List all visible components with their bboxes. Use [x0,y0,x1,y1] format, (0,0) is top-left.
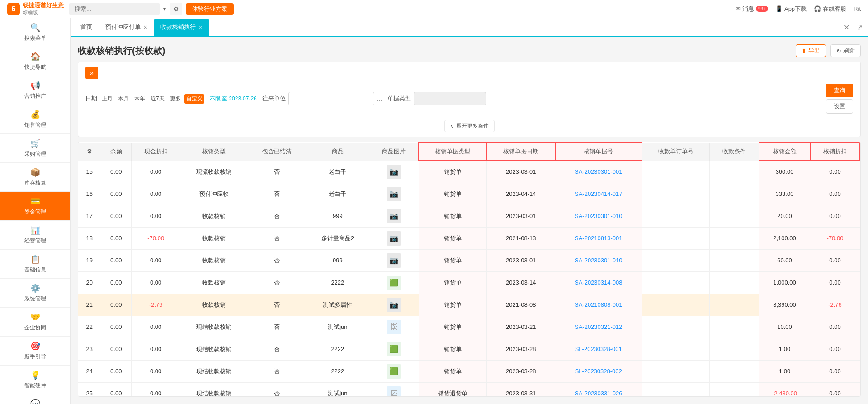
sidebar-item-marketing[interactable]: 📢 营销推广 [0,76,70,105]
filter-toggle-button[interactable]: » [85,67,98,79]
goods-thumbnail: 🖼 [387,320,401,334]
voucher-no-link[interactable]: SA-20230414-017 [575,190,623,197]
setting-button[interactable]: 设置 [826,99,853,114]
sidebar-item-search[interactable]: 🔍 搜索菜单 [0,18,70,47]
cell-verify-discount: 0.00 [810,183,860,205]
cell-receipt-condition [710,183,759,205]
voucher-no-link[interactable]: SA-20230321-012 [575,323,623,330]
from-unit-group: 往来单位 ... [262,92,382,105]
cell-balance: 0.00 [101,161,132,183]
sidebar-item-enterprise[interactable]: 🤝 企业协同 [0,308,70,337]
tab-prepay-close-icon[interactable]: ✕ [143,24,147,30]
sidebar-item-operations[interactable]: 📊 经营管理 [0,221,70,250]
cell-receipt-condition [710,227,759,249]
logo-icon: 6 [7,3,20,15]
cell-verify-voucher-no: SA-20230314-008 [555,271,642,294]
cell-receipt-order-no [642,271,710,294]
voucher-no-link[interactable]: SL-20230328-001 [575,346,622,352]
cell-goods: 2222 [306,360,369,382]
sidebar-item-basicinfo[interactable]: 📋 基础信息 [0,250,70,279]
data-table-container: ⚙ 余额 现金折扣 核销类型 包含已结清 商品 商品图片 核销单据类型 核销单据… [78,142,861,397]
refresh-button[interactable]: ↻ 刷新 [830,44,861,57]
tab-prepay[interactable]: 预付冲应付单 ✕ [99,19,154,36]
tab-home[interactable]: 首页 [74,19,99,36]
sidebar-item-system[interactable]: ⚙️ 系统管理 [0,279,70,308]
cell-verify-voucher-type: 销货单 [419,338,487,360]
voucher-no-link[interactable]: SA-20230331-026 [575,390,623,397]
cell-cash-discount: 0.00 [132,205,180,227]
voucher-no-link[interactable]: SA-20230301-001 [575,168,623,175]
export-button[interactable]: ⬆ 导出 [796,44,826,57]
tab-close-all-icon[interactable]: ✕ [842,21,851,33]
cell-verify-voucher-type: 销货单 [419,316,487,338]
voucher-type-group: 单据类型 [387,92,486,105]
col-header-receipt-condition: 收款条件 [710,143,759,161]
date-this-month[interactable]: 本月 [116,94,131,104]
expand-more-button[interactable]: ∨ 展开更多条件 [444,120,495,132]
cell-include-settled: 否 [248,205,306,227]
search-input[interactable] [69,3,160,15]
cell-verify-voucher-type: 销货单 [419,183,487,205]
export-icon: ⬆ [802,48,807,54]
voucher-no-link[interactable]: SL-20230328-002 [575,368,622,375]
date-7days[interactable]: 近7天 [149,94,166,104]
sidebar-item-hardware[interactable]: 💡 智能硬件 [0,366,70,394]
voucher-no-link[interactable]: SA-20230314-008 [575,279,623,286]
cell-receipt-order-no [642,161,710,183]
voucher-no-link[interactable]: SA-20210813-001 [575,235,623,242]
voucher-no-link[interactable]: SA-20210808-001 [575,301,623,308]
col-header-verify-voucher-no: 核销单据号 [555,143,642,161]
sidebar-item-inventory[interactable]: 📦 库存核算 [0,163,70,192]
online-service-link[interactable]: 🎧 在线客服 [814,5,846,13]
date-range-text: 不限 至 2023-07-26 [210,95,257,103]
cell-verify-type: 收款核销 [180,271,248,294]
sidebar-label-sales: 销售管理 [24,121,46,129]
from-unit-input[interactable] [288,92,374,105]
col-header-verify-type: 核销类型 [180,143,248,161]
cell-goods: 多计量商品2 [306,227,369,249]
cell-verify-discount: 0.00 [810,316,860,338]
from-unit-dots: ... [377,95,382,102]
tab-maximize-icon[interactable]: ⤢ [855,21,864,33]
table-row: 25 0.00 0.00 现结收款核销 否 测试jun 🖼 销货退货单 2023… [78,382,860,397]
app-name-group: 畅捷通谱好生意 标准版 [23,1,64,16]
cell-receipt-order-no [642,382,710,397]
cell-include-settled: 否 [248,183,306,205]
voucher-no-link[interactable]: SA-20230301-010 [575,257,623,264]
table-row: 21 0.00 -2.76 收款核销 否 测试多属性 📷 销货单 2021-08… [78,294,860,316]
cell-receipt-order-no [642,360,710,382]
settings-gear-icon[interactable]: ⚙ [170,3,182,15]
voucher-type-select[interactable] [414,92,486,105]
col-header-goods: 商品 [306,143,369,161]
tab-verify[interactable]: 收款核销执行 ✕ [154,19,209,36]
date-more[interactable]: 更多 [168,94,183,104]
sidebar-item-wechat[interactable]: 💬 企业微信 [0,394,70,404]
cell-balance: 0.00 [101,316,132,338]
tab-bar: 首页 预付冲应付单 ✕ 收款核销执行 ✕ ✕ ⤢ [71,18,868,37]
sales-icon: 💰 [30,109,40,119]
app-download-link[interactable]: 📱 App下载 [775,5,807,13]
date-last-month[interactable]: 上月 [100,94,114,104]
query-button[interactable]: 查询 [826,84,853,97]
sidebar-item-quicknav[interactable]: 🏠 快捷导航 [0,47,70,76]
sidebar-item-purchase[interactable]: 🛒 采购管理 [0,134,70,163]
date-custom[interactable]: 自定义 [184,94,204,104]
cell-index: 16 [78,183,101,205]
tab-verify-close-icon[interactable]: ✕ [198,24,203,30]
industry-solution-button[interactable]: 体验行业方案 [186,3,234,15]
dropdown-icon[interactable]: ▾ [163,6,166,12]
filter-row: 日期 上月 本月 本年 近7天 更多 自定义 不限 至 2023-07-26 [85,84,853,114]
message-icon-area[interactable]: ✉ 消息 99+ [736,5,768,13]
voucher-no-link[interactable]: SA-20230301-010 [575,213,623,219]
goods-thumbnail: 📷 [387,165,401,179]
sidebar-label-system: 系统管理 [24,295,46,303]
cell-receipt-condition [710,271,759,294]
date-this-year[interactable]: 本年 [132,94,147,104]
sidebar-item-finance[interactable]: 💳 资金管理 [0,192,70,221]
sidebar-item-sales[interactable]: 💰 销售管理 [0,105,70,134]
cell-receipt-condition [710,338,759,360]
sidebar-item-guide[interactable]: 🎯 新手引导 [0,337,70,366]
table-row: 24 0.00 0.00 现结收款核销 否 2222 🟩 销货单 2023-03… [78,360,860,382]
guide-icon: 🎯 [30,341,40,351]
cell-verify-voucher-type: 销货单 [419,360,487,382]
